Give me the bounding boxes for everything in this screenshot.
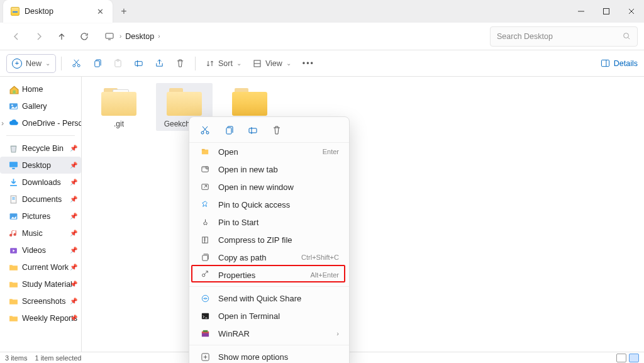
delete-icon[interactable]	[271, 125, 282, 136]
up-button[interactable]	[52, 26, 72, 47]
search-icon	[623, 32, 631, 40]
sidebar-item-pictures[interactable]: Pictures📌	[0, 208, 81, 225]
sidebar-item-weekly-reports[interactable]: Weekly Reports📌	[0, 310, 81, 327]
breadcrumb-current[interactable]: Desktop	[125, 32, 154, 41]
window-tab[interactable]: Desktop ✕	[3, 0, 113, 23]
sidebar-item-onedrive-personal[interactable]: OneDrive - Personal	[0, 114, 81, 131]
chevron-right-icon: ›	[119, 33, 121, 40]
share-button[interactable]	[150, 53, 169, 74]
tab-close-icon[interactable]: ✕	[96, 7, 105, 16]
folder-icon	[9, 262, 18, 272]
ctx-more-label: Show more options	[218, 352, 288, 362]
svg-point-43	[202, 295, 208, 301]
ctx-pin-to-quick-access[interactable]: Pin to Quick access	[189, 196, 349, 213]
more-options-icon	[199, 351, 211, 362]
pin-icon: 📌	[70, 247, 77, 254]
sidebar-item-screenshots[interactable]: Screenshots📌	[0, 293, 81, 310]
svg-point-21	[11, 104, 13, 106]
cut-button[interactable]	[67, 53, 86, 74]
sidebar-item-documents[interactable]: Documents📌	[0, 191, 81, 208]
ctx-compress-to-zip-file[interactable]: Compress to ZIP file	[189, 231, 349, 249]
rename-button[interactable]	[129, 53, 148, 74]
sidebar-item-gallery[interactable]: Gallery	[0, 98, 81, 114]
rename-icon[interactable]	[247, 125, 258, 136]
chevron-down-icon: ⌄	[236, 60, 242, 67]
ctx-copy-as-path[interactable]: Copy as pathCtrl+Shift+C	[189, 249, 349, 266]
ctx-pin-to-start[interactable]: Pin to Start	[189, 213, 349, 231]
folder-icon	[101, 88, 136, 116]
view-button[interactable]: View ⌄	[248, 53, 296, 74]
ctx-label: Open	[218, 147, 238, 157]
pin-icon: 📌	[70, 179, 77, 186]
more-button[interactable]: •••	[297, 53, 319, 74]
close-button[interactable]	[619, 0, 644, 23]
thumbnails-view-button[interactable]	[629, 354, 639, 362]
pin-icon: 📌	[70, 162, 77, 169]
ctx-label: Copy as path	[218, 253, 267, 262]
sidebar-item-desktop[interactable]: Desktop📌	[0, 157, 81, 174]
sidebar-item-label: OneDrive - Personal	[22, 119, 81, 128]
sidebar-item-videos[interactable]: Videos📌	[0, 242, 81, 259]
svg-rect-35	[201, 148, 204, 150]
ctx-open[interactable]: OpenEnter	[189, 143, 349, 160]
ctx-open-in-terminal[interactable]: Open in Terminal	[189, 307, 349, 325]
delete-button[interactable]	[170, 53, 190, 74]
ctx-label: WinRAR	[218, 329, 250, 338]
svg-rect-10	[95, 61, 100, 67]
context-toolbar	[189, 121, 349, 143]
breadcrumb[interactable]: › Desktop ›	[97, 26, 487, 47]
home-icon	[9, 84, 18, 94]
view-label: View	[265, 59, 282, 68]
sidebar-item-home[interactable]: Home	[0, 81, 81, 98]
folder-icon	[9, 296, 18, 306]
chevron-right-icon: ›	[336, 330, 339, 337]
refresh-button[interactable]	[74, 26, 94, 47]
sidebar-item-recycle-bin[interactable]: Recycle Bin📌	[0, 140, 81, 157]
chevron-down-icon: ⌄	[286, 60, 291, 67]
new-button[interactable]: + New ⌄	[6, 54, 56, 73]
sidebar-item-music[interactable]: Music📌	[0, 225, 81, 242]
sort-icon	[206, 59, 214, 68]
pin-icon: 📌	[70, 264, 77, 271]
sidebar-item-study-material[interactable]: Study Material📌	[0, 276, 81, 293]
search-input[interactable]: Search Desktop	[490, 26, 638, 47]
chevron-down-icon: ⌄	[45, 60, 50, 67]
folder-icon	[11, 7, 19, 16]
content-pane[interactable]: .gitGeekchamp	[82, 77, 644, 352]
maximize-button[interactable]	[594, 0, 619, 23]
sort-button[interactable]: Sort ⌄	[201, 53, 247, 74]
ctx-send-with-quick-share[interactable]: Send with Quick Share	[189, 289, 349, 307]
details-pane-button[interactable]: Details	[601, 59, 638, 68]
forward-button[interactable]	[29, 26, 49, 47]
pinqa-icon	[199, 199, 211, 210]
back-button[interactable]	[6, 26, 26, 47]
new-tab-button[interactable]: +	[113, 6, 135, 17]
share-icon	[199, 293, 211, 304]
svg-point-6	[624, 33, 629, 38]
ctx-label: Open in new window	[218, 182, 294, 192]
copy-button[interactable]	[87, 53, 107, 74]
monitor-icon	[103, 26, 116, 47]
sidebar-item-label: Home	[22, 85, 43, 94]
cut-icon[interactable]	[199, 125, 211, 136]
cloud-icon	[9, 118, 18, 128]
ctx-label: Pin to Quick access	[218, 200, 290, 209]
details-view-button[interactable]	[616, 354, 626, 362]
minimize-button[interactable]	[569, 0, 594, 23]
details-icon	[601, 59, 610, 68]
sidebar-item-label: Desktop	[22, 161, 51, 170]
sidebar-item-label: Pictures	[22, 212, 50, 221]
svg-point-29	[201, 131, 204, 134]
file-item[interactable]: .git	[91, 83, 147, 131]
ctx-show-more[interactable]: Show more options	[189, 348, 349, 363]
sidebar-item-current-work[interactable]: Current Work📌	[0, 259, 81, 276]
ctx-properties[interactable]: PropertiesAlt+Enter	[189, 266, 349, 284]
sidebar-item-downloads[interactable]: Downloads📌	[0, 174, 81, 191]
ctx-open-in-new-tab[interactable]: Open in new tab	[189, 160, 349, 178]
copy-icon[interactable]	[223, 125, 235, 136]
ctx-shortcut: Alt+Enter	[310, 271, 339, 279]
ctx-open-in-new-window[interactable]: Open in new window	[189, 178, 349, 196]
ctx-winrar[interactable]: WinRAR›	[189, 325, 349, 342]
svg-rect-22	[9, 162, 18, 167]
gallery-icon	[9, 101, 18, 111]
